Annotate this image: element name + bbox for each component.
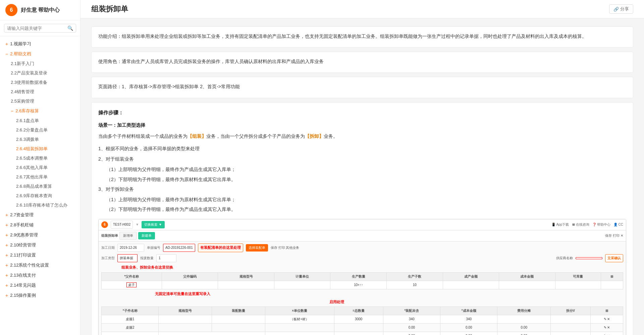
main-content: 功能介绍：组装拆卸单用来处理企业组装或拆卸等加工业务，支持有固定装配清单的产品加… [80,18,644,335]
search-input-wrap[interactable]: 🔍 [4,24,76,33]
sidebar-item-25[interactable]: 2.5采购管理 [0,97,80,106]
mock-top-cell-qty: 10+↑↑ [330,281,387,289]
sidebar-item-210[interactable]: + 2.10经营管理 [0,240,80,250]
sidebar-nav: + 1.视频学习 − 2.帮助文档 2.1新手入门 2.2产品安装及登录 2.3… [0,36,80,335]
search-input[interactable] [7,26,67,31]
step2: 2、对于组装业务 [98,155,626,163]
operations-title: 操作步骤： [98,108,626,117]
mock-bth-6: *成本金额 [440,307,497,315]
mock-topbar: 6 TEST-H002 ▼ 切换账套 ▼ 📱 App下载 ☎ 在线咨询 ❓ 帮助… [99,219,626,230]
mock-top-cell-code [162,281,218,289]
mock-top-cell-amt1 [443,281,499,289]
expand-icon-215: + [5,293,8,298]
sidebar-item-2610[interactable]: 2.6.10库存账本错了怎么办 [0,201,80,210]
scenario1-title: 场景一：加工类型选择 [98,121,626,129]
sidebar-item-264[interactable]: 2.6.4组装拆卸单 [0,144,80,154]
sidebar-item-267[interactable]: 2.6.7其他出库单 [0,172,80,182]
mock-bth-8: 拆分V [551,307,591,315]
sidebar-item-27[interactable]: + 2.7资金管理 [0,210,80,220]
mock-bot-cell-1-1 [159,315,212,324]
mock-top-cell-sub: 10 [387,281,443,289]
expand-icon-210: + [5,242,8,248]
mock-action-btns: 保存 打印 其他业务 [271,245,300,251]
expand-icon-214: + [5,283,8,288]
sidebar: 6 好生意 帮助中心 🔍 + 1.视频学习 − 2.帮助文档 2.1新手入门 2… [0,0,80,335]
sidebar-item-video[interactable]: + 1.视频学习 [0,39,80,49]
intro-card: 功能介绍：组装拆卸单用来处理企业组装或拆卸等加工业务，支持有固定装配清单的产品加… [91,26,633,48]
mock-bot-cell-1-5: 340 [383,315,440,324]
sidebar-item-22[interactable]: 2.2产品安装及登录 [0,68,80,78]
mock-bot-cell-3-3 [265,332,334,335]
sidebar-item-29[interactable]: + 2.9优惠券管理 [0,230,80,240]
search-icon[interactable]: 🔍 [67,25,73,31]
step2-sub1: （1）上部明细为父件明细，最终作为产成品生成其它入库单； [98,165,626,174]
share-icon: 🔗 [613,7,619,12]
sidebar-item-263[interactable]: 2.6.3调拨单 [0,135,80,144]
mock-form-row2: 加工类型 拼装单据 报废数量 1 供应商名称 立采确认 [101,254,623,262]
operations-card: 操作步骤： 场景一：加工类型选择 当由多个子件材料组装成一个成品的业务为【组装】… [91,102,633,335]
sidebar-item-212[interactable]: + 2.12系统个性化设置 [0,260,80,270]
sidebar-item-24[interactable]: 2.4销售管理 [0,87,80,97]
mock-annotation3: 启用处理 [329,299,626,305]
mock-bottom-table: *子件名称 规格型号 装配数量 ×单位数量 =总数量 *装配未含 *成本金额 费… [101,306,623,335]
mock-tab-new: 新增单 [119,232,137,240]
mock-confirm-btn: 立采确认 [605,254,623,262]
sidebar-item-21[interactable]: 2.1新手入门 [0,59,80,68]
sidebar-item-213[interactable]: + 2.13在线支付 [0,270,80,280]
mock-bot-cell-2-8 [551,324,591,332]
sidebar-item-211[interactable]: + 2.11打印设置 [0,250,80,260]
mock-top-row-1: 桌子 10+↑↑ 10 [102,281,623,289]
mock-label-docno: 单据编号 [147,245,160,251]
mock-label-date: 加工日期 [101,245,115,251]
mock-top-cell-spec [218,281,274,289]
search-box: 🔍 [0,20,80,36]
sidebar-item-26[interactable]: − 2.6库存核算 [0,106,80,116]
mock-bth-9: ⊞ [590,307,623,315]
mock-input-docno: AD-20191226-001 [163,244,195,252]
expand-icon-26: − [11,108,13,114]
expand-icon-211: + [5,253,8,258]
sidebar-item-262[interactable]: 2.6.2分量盘点单 [0,125,80,135]
sidebar-item-docs[interactable]: − 2.帮助文档 [0,49,80,59]
mock-th-7: 成本金额 [499,272,555,281]
sidebar-item-265[interactable]: 2.6.5成本调整单 [0,154,80,163]
sidebar-item-28[interactable]: + 2.8手机旺铺 [0,220,80,230]
sidebar-item-261[interactable]: 2.6.1盘点单 [0,116,80,125]
sidebar-item-268[interactable]: 2.6.8商品成本重算 [0,182,80,191]
mock-bot-cell-1-9: ✎ ✕ [590,315,623,324]
mock-bot-cell-1-0: 桌腿1 [102,315,159,324]
expand-icon-213: + [5,273,8,278]
mock-bot-cell-1-3: （板材+材） [265,315,334,324]
share-button[interactable]: 🔗 分享 [609,4,633,14]
sidebar-item-266[interactable]: 2.6.6其他入库单 [0,163,80,172]
mock-company: TEST-H002 [111,221,133,229]
mock-bot-cell-1-7 [497,315,551,324]
mock-bot-cell-3-8 [551,332,591,335]
sidebar-item-215[interactable]: + 2.15操作案例 [0,290,80,300]
mock-bot-row-3: 0.00 0.00 0.00 ✎ ✕ [102,332,623,335]
mock-top-cell-name: 桌子 [102,281,162,289]
mock-bot-row-2: 桌腿2 0.00 0.00 0.00 ✎ ✕ [102,324,623,332]
mock-input-qty: 1 [156,254,176,262]
mock-tab-active: 新建单 [138,232,155,239]
sidebar-item-23[interactable]: 2.3使用前数据准备 [0,78,80,87]
step3-sub2: （2）下部明细为子件明细，最终作为产成品生成其它入库单。 [98,205,626,214]
mock-input-search: 供应商名称 [556,255,573,261]
sidebar-item-269[interactable]: 2.6.9库存账本查询 [0,191,80,201]
mock-annotation1-box: 有装配清单的在这里处理 [198,243,243,252]
expand-icon-212: + [5,263,8,268]
mock-bot-cell-2-0: 桌腿2 [102,324,159,332]
mock-bth-3: ×单位数量 [265,307,334,315]
mock-bot-cell-3-9: ✎ ✕ [590,332,623,335]
mock-form-area: 加工日期 2019-12-26 单据编号 AD-20191226-001 有装配… [99,241,626,335]
step3: 3、对于拆卸业务 [98,185,626,193]
mock-dropdown-icon: ▼ [136,222,139,228]
mock-th-9: ⊞ [601,272,623,281]
sidebar-header: 6 好生意 帮助中心 [0,0,80,20]
mock-bot-cell-3-4 [334,332,383,335]
sidebar-item-214[interactable]: + 2.14常见问题 [0,280,80,290]
mock-bot-cell-1-4: 3000 [334,315,383,324]
mock-logo: 6 [101,221,108,228]
expand-icon-docs: − [5,51,8,57]
app-title: 好生意 帮助中心 [21,7,60,14]
